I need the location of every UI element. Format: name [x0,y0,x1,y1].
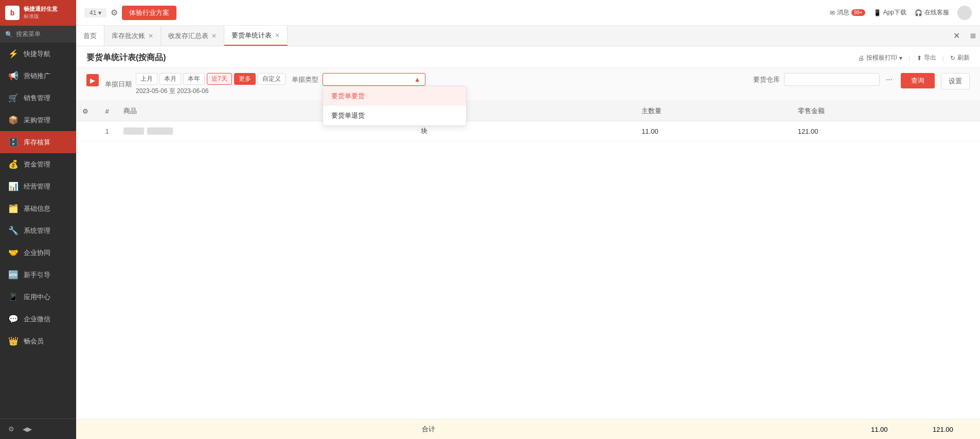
settings-icon[interactable]: ⚙ [8,425,14,433]
topbar-tabs-area: 41 ▾ ⚙ 体验行业方案 [84,6,824,20]
tab-inventory-batch-close[interactable]: ✕ [148,32,153,40]
data-table: ⚙ # 商品 主计量单位 主数量 零售金额 1 [76,101,980,141]
online-service-button[interactable]: 🎧 在线客服 [915,8,949,17]
purchase-icon: 📦 [8,115,19,125]
page-title: 要货单统计表(按商品) [86,52,166,63]
print-button[interactable]: 🖨 按模板打印 ▾ [858,53,902,62]
headset-icon: 🎧 [915,9,922,16]
product-name-bar [123,127,144,135]
more-filters-button[interactable]: ··· [884,75,895,84]
chevron-right-icon: ▶ [90,77,95,84]
dropdown-item-order-return[interactable]: 要货单退货 [323,106,466,125]
messages-badge: 99+ [851,9,865,16]
tab-home[interactable]: 首页 [76,26,104,46]
sidebar-item-marketing[interactable]: 📢 营销推广 [0,65,76,87]
export-icon: ⬆ [917,54,922,62]
footer-total-label: 合计 [422,425,435,434]
sidebar-item-basic-info[interactable]: 🗂️ 基础信息 [0,197,76,220]
expand-tabs[interactable]: ⊞ [966,26,980,46]
sidebar-bottom: ⚙ ◀▶ [0,418,76,439]
search-icon: 🔍 [5,31,13,38]
table-footer: 合计 11.00 121.00 [76,419,980,439]
tab-order-stats[interactable]: 要货单统计表 ✕ [224,26,288,46]
sidebar-item-finance[interactable]: 💰 资金管理 [0,153,76,175]
promo-button[interactable]: 体验行业方案 [122,6,176,20]
type-dropdown: 要货单要货 要货单退货 [323,86,467,126]
sidebar-item-vip[interactable]: 👑 畅会员 [0,330,76,352]
sidebar-item-inventory[interactable]: 🗄️ 库存核算 [0,131,76,153]
finance-icon: 💰 [8,159,19,169]
refresh-button[interactable]: ↻ 刷新 [950,53,970,62]
chevron-up-icon[interactable]: ▲ [414,76,421,83]
vip-icon: 👑 [8,336,19,346]
sidebar-item-enterprise[interactable]: 🤝 企业协同 [0,242,76,264]
topbar: 41 ▾ ⚙ 体验行业方案 ✉ 消息 99+ 📱 App下载 🎧 在线客服 [76,0,980,26]
app-download-button[interactable]: 📱 App下载 [874,8,906,17]
close-all-tabs[interactable]: ✕ [947,26,966,46]
sidebar-item-wechat[interactable]: 💬 企业微信 [0,308,76,330]
tabbar: 首页 库存批次账 ✕ 收发存汇总表 ✕ 要货单统计表 ✕ ✕ ⊞ [76,26,980,46]
col-amount: 零售金额 [792,101,980,121]
chevron-down-print-icon: ▾ [899,54,902,62]
page-header: 要货单统计表(按商品) 🖨 按模板打印 ▾ | ⬆ 导出 | ↻ 刷新 [76,46,980,68]
sidebar-nav: ⚡ 快捷导航 📢 营销推广 🛒 销售管理 📦 采购管理 🗄️ 库存核算 💰 资金… [0,43,76,418]
collapse-icon[interactable]: ◀▶ [23,426,32,433]
tab-receive-send-summary[interactable]: 收发存汇总表 ✕ [161,26,224,46]
date-this-month[interactable]: 本月 [159,73,181,85]
quick-nav-icon: ⚡ [8,49,19,59]
row-amount-1: 121.00 [792,121,980,141]
warehouse-filter-group: 要货仓库 ··· [753,73,895,86]
footer-amount: 121.00 [933,426,974,433]
date-this-year[interactable]: 本年 [183,73,205,85]
sidebar: b 畅捷通好生意 标准版 🔍 搜索菜单 ⚡ 快捷导航 📢 营销推广 🛒 销售管理… [0,0,76,439]
table-header-row: ⚙ # 商品 主计量单位 主数量 零售金额 [76,101,980,121]
page-actions: 🖨 按模板打印 ▾ | ⬆ 导出 | ↻ 刷新 [858,53,970,62]
tab-inventory-batch[interactable]: 库存批次账 ✕ [104,26,161,46]
search-menu[interactable]: 🔍 搜索菜单 [0,26,76,43]
sidebar-item-system[interactable]: 🔧 系统管理 [0,220,76,242]
date-shortcuts: 上月 本月 本年 近7天 更多 自定义 [136,73,286,85]
user-avatar[interactable] [957,6,972,20]
col-qty: 主数量 [635,101,792,121]
tab-count-selector[interactable]: 41 ▾ [84,8,106,17]
col-num: # [97,101,117,121]
sidebar-item-app-center[interactable]: 📱 应用中心 [0,286,76,308]
messages-button[interactable]: ✉ 消息 99+ [830,8,865,17]
column-settings-icon[interactable]: ⚙ [82,107,88,115]
sidebar-item-sales[interactable]: 🛒 销售管理 [0,87,76,109]
chevron-down-icon: ▾ [98,9,101,16]
export-button[interactable]: ⬆ 导出 [917,53,936,62]
basic-info-icon: 🗂️ [8,204,19,213]
phone-icon: 📱 [874,9,881,16]
date-last-month[interactable]: 上月 [136,73,157,85]
marketing-icon: 📢 [8,71,19,81]
type-filter-field[interactable] [327,74,414,85]
warehouse-input[interactable] [784,73,880,86]
topbar-right: ✉ 消息 99+ 📱 App下载 🎧 在线客服 [830,6,972,20]
query-button[interactable]: 查询 [901,73,935,88]
date-custom[interactable]: 自定义 [258,73,286,85]
product-code-bar [147,127,173,135]
tab-order-stats-close[interactable]: ✕ [275,32,280,39]
footer-qty: 11.00 [871,426,912,433]
row-qty-1: 11.00 [635,121,792,141]
filter-bar: ▶ 单据日期 上月 本月 本年 近7天 更多 自定义 2023-05-06 至 … [76,68,980,101]
settings-button[interactable]: 设置 [941,73,970,89]
sidebar-item-purchase[interactable]: 📦 采购管理 [0,109,76,131]
tab-receive-send-close[interactable]: ✕ [211,32,217,40]
date-more[interactable]: 更多 [234,73,256,85]
app-logo: b [5,6,20,20]
main-area: 41 ▾ ⚙ 体验行业方案 ✉ 消息 99+ 📱 App下载 🎧 在线客服 [76,0,980,439]
type-filter-group: 单据类型 ▲ 要货单要货 要货单退货 [292,73,747,86]
date-filter-group: 单据日期 上月 本月 本年 近7天 更多 自定义 2023-05-06 至 20… [105,73,286,96]
inventory-icon: 🗄️ [8,137,19,147]
sidebar-item-quick-nav[interactable]: ⚡ 快捷导航 [0,43,76,65]
sidebar-item-guide[interactable]: 🆕 新手引导 [0,264,76,286]
sidebar-item-operations[interactable]: 📊 经营管理 [0,175,76,197]
filter-expand-button[interactable]: ▶ [86,74,99,86]
system-icon: 🔧 [8,226,19,235]
dropdown-item-order-order[interactable]: 要货单要货 [323,86,466,106]
type-filter-input[interactable]: ▲ [323,73,425,86]
topbar-settings-icon[interactable]: ⚙ [111,8,118,17]
date-last-7days[interactable]: 近7天 [207,73,232,85]
